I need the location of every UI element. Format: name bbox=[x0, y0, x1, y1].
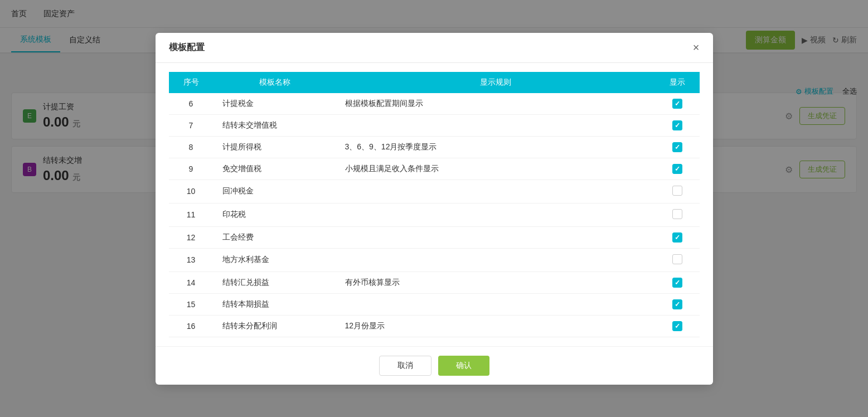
col-header-rule: 显示规则 bbox=[336, 72, 655, 93]
table-row: 8计提所得税3、6、9、12月按季度显示 bbox=[169, 136, 700, 158]
row-id: 11 bbox=[169, 203, 214, 226]
row-name: 免交增值税 bbox=[214, 158, 336, 180]
table-row: 12工会经费 bbox=[169, 226, 700, 248]
row-rule bbox=[336, 293, 655, 315]
row-check-cell bbox=[655, 158, 700, 180]
row-check-cell bbox=[655, 315, 700, 337]
row-name: 地方水利基金 bbox=[214, 248, 336, 271]
row-checkbox[interactable] bbox=[672, 321, 682, 331]
row-rule bbox=[336, 114, 655, 136]
row-name: 回冲税金 bbox=[214, 180, 336, 203]
modal-body: 序号 模板名称 显示规则 显示 6计提税金根据模板配置期间显示7结转未交增值税8… bbox=[156, 63, 713, 346]
row-check-cell bbox=[655, 203, 700, 226]
cancel-button[interactable]: 取消 bbox=[379, 356, 431, 376]
row-name: 计提税金 bbox=[214, 93, 336, 115]
row-check-cell bbox=[655, 136, 700, 158]
row-id: 13 bbox=[169, 248, 214, 271]
row-id: 12 bbox=[169, 226, 214, 248]
col-header-show: 显示 bbox=[655, 72, 700, 93]
table-row: 6计提税金根据模板配置期间显示 bbox=[169, 93, 700, 115]
table-row: 9免交增值税小规模且满足收入条件显示 bbox=[169, 158, 700, 180]
row-rule: 3、6、9、12月按季度显示 bbox=[336, 136, 655, 158]
row-checkbox[interactable] bbox=[672, 120, 682, 130]
row-id: 15 bbox=[169, 293, 214, 315]
template-config-modal: 模板配置 × 序号 模板名称 显示规则 显示 6计提税金根据模板配置期间显示7结… bbox=[156, 33, 713, 385]
row-id: 14 bbox=[169, 271, 214, 293]
row-name: 结转未分配利润 bbox=[214, 315, 336, 337]
col-header-id: 序号 bbox=[169, 72, 214, 93]
table-row: 15结转本期损益 bbox=[169, 293, 700, 315]
table-row: 14结转汇兑损益有外币核算显示 bbox=[169, 271, 700, 293]
row-name: 结转本期损益 bbox=[214, 293, 336, 315]
config-table: 序号 模板名称 显示规则 显示 6计提税金根据模板配置期间显示7结转未交增值税8… bbox=[169, 72, 700, 337]
col-header-name: 模板名称 bbox=[214, 72, 336, 93]
row-checkbox[interactable] bbox=[672, 164, 682, 174]
row-check-cell bbox=[655, 226, 700, 248]
row-checkbox[interactable] bbox=[672, 254, 682, 264]
row-name: 计提所得税 bbox=[214, 136, 336, 158]
row-checkbox[interactable] bbox=[672, 278, 682, 288]
row-checkbox[interactable] bbox=[672, 99, 682, 109]
row-checkbox[interactable] bbox=[672, 142, 682, 152]
row-checkbox[interactable] bbox=[672, 186, 682, 196]
table-row: 16结转未分配利润12月份显示 bbox=[169, 315, 700, 337]
row-name: 印花税 bbox=[214, 203, 336, 226]
row-name: 结转未交增值税 bbox=[214, 114, 336, 136]
row-check-cell bbox=[655, 114, 700, 136]
row-rule: 有外币核算显示 bbox=[336, 271, 655, 293]
row-check-cell bbox=[655, 293, 700, 315]
row-rule bbox=[336, 180, 655, 203]
modal-title: 模板配置 bbox=[169, 42, 205, 54]
modal-close-button[interactable]: × bbox=[693, 42, 700, 53]
row-id: 16 bbox=[169, 315, 214, 337]
table-row: 11印花税 bbox=[169, 203, 700, 226]
table-row: 7结转未交增值税 bbox=[169, 114, 700, 136]
row-rule: 12月份显示 bbox=[336, 315, 655, 337]
row-rule bbox=[336, 248, 655, 271]
row-checkbox[interactable] bbox=[672, 299, 682, 309]
row-rule: 小规模且满足收入条件显示 bbox=[336, 158, 655, 180]
confirm-button[interactable]: 确认 bbox=[438, 356, 489, 376]
table-row: 10回冲税金 bbox=[169, 180, 700, 203]
row-id: 7 bbox=[169, 114, 214, 136]
row-checkbox[interactable] bbox=[672, 232, 682, 243]
row-name: 结转汇兑损益 bbox=[214, 271, 336, 293]
row-id: 6 bbox=[169, 93, 214, 115]
row-id: 8 bbox=[169, 136, 214, 158]
row-id: 10 bbox=[169, 180, 214, 203]
row-check-cell bbox=[655, 93, 700, 115]
row-rule bbox=[336, 226, 655, 248]
row-check-cell bbox=[655, 180, 700, 203]
modal-overlay: 模板配置 × 序号 模板名称 显示规则 显示 6计提税金根据模板配置期间显示7结… bbox=[0, 0, 868, 417]
row-check-cell bbox=[655, 271, 700, 293]
row-checkbox[interactable] bbox=[672, 209, 682, 219]
row-check-cell bbox=[655, 248, 700, 271]
row-name: 工会经费 bbox=[214, 226, 336, 248]
row-rule: 根据模板配置期间显示 bbox=[336, 93, 655, 115]
table-row: 13地方水利基金 bbox=[169, 248, 700, 271]
row-id: 9 bbox=[169, 158, 214, 180]
row-rule bbox=[336, 203, 655, 226]
